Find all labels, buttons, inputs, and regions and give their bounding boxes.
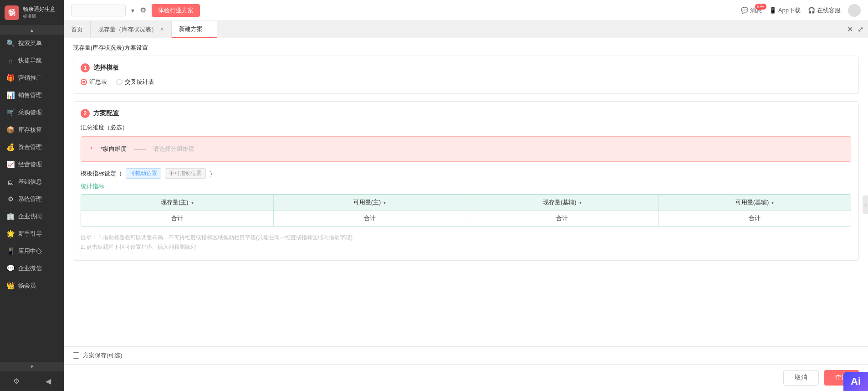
sidebar-item-member[interactable]: 👑 畅会员 bbox=[0, 277, 64, 294]
col0-chevron-icon: ▾ bbox=[191, 200, 194, 205]
tab-inventory-label: 现存量（库存状况表） bbox=[98, 26, 157, 34]
page-title: 现存量(库存状况表)方案设置 bbox=[73, 44, 148, 51]
tip-line-1: 2. 点击标题栏下拉可设置排序、插入列和删除列 bbox=[81, 243, 851, 251]
col2-chevron-icon: ▾ bbox=[579, 200, 582, 205]
radio-cross-dot bbox=[116, 79, 123, 85]
settings-icon[interactable]: ⚙ bbox=[140, 6, 146, 15]
sidebar-item-basic-label: 基础信息 bbox=[18, 178, 42, 186]
message-icon: 💬 bbox=[741, 7, 748, 14]
radio-cross[interactable]: 交叉统计表 bbox=[116, 78, 154, 86]
gift-icon: 🎁 bbox=[6, 74, 15, 82]
sidebar: 畅 畅康通好生意 标准版 ▲ 🔍 搜索菜单 ⌂ 快捷导航 🎁 营销推广 📊 销售… bbox=[0, 0, 64, 391]
finance-icon: 💰 bbox=[6, 143, 15, 151]
sidebar-item-system[interactable]: ⚙ 系统管理 bbox=[0, 190, 64, 208]
cancel-button[interactable]: 取消 bbox=[783, 370, 819, 386]
sidebar-item-appstore[interactable]: 📱 应用中心 bbox=[0, 242, 64, 260]
step1-title: 选择模板 bbox=[93, 64, 119, 72]
save-row: 方案保存(可选) bbox=[64, 346, 868, 364]
save-label: 方案保存(可选) bbox=[83, 351, 123, 360]
right-panel-chevron: › bbox=[864, 202, 866, 207]
tab-inventory[interactable]: 现存量（库存状况表） ✕ bbox=[91, 21, 172, 38]
sidebar-item-wechat[interactable]: 💬 企业微信 bbox=[0, 260, 64, 277]
sidebar-scroll-down[interactable]: ▼ bbox=[0, 362, 64, 371]
message-btn[interactable]: 💬 消息 99+ bbox=[741, 6, 762, 15]
purchase-icon: 🛒 bbox=[6, 108, 15, 117]
inventory-icon: 📦 bbox=[6, 126, 15, 134]
content-area: 现存量(库存状况表)方案设置 1 选择模板 汇总表 交叉统计表 bbox=[64, 38, 868, 346]
sidebar-scroll-up[interactable]: ▲ bbox=[0, 26, 64, 35]
tab-home-label: 首页 bbox=[71, 26, 83, 34]
sidebar-item-search[interactable]: 🔍 搜索菜单 bbox=[0, 35, 64, 52]
basic-icon: 🗂 bbox=[6, 178, 15, 186]
stats-table: 现存量(主) ▾ 可用量(主) ▾ 现存量(基辅) ▾ 可用量(基辅) ▾ bbox=[81, 194, 851, 226]
template-indicators-label-row: 模板指标设定（ 可拖动位置 不可拖动位置 ） bbox=[81, 168, 851, 179]
sales-icon: 📊 bbox=[6, 91, 15, 99]
template-indicators-suffix: ） bbox=[209, 170, 215, 178]
sidebar-item-enterprise[interactable]: 🏢 企业协同 bbox=[0, 208, 64, 225]
app-download-btn[interactable]: 📱 App下载 bbox=[769, 6, 801, 15]
dropdown-icon[interactable]: ▾ bbox=[131, 7, 134, 14]
system-icon: ⚙ bbox=[6, 195, 15, 203]
sidebar-item-purchase[interactable]: 🛒 采购管理 bbox=[0, 104, 64, 121]
trial-button[interactable]: 体验行业方案 bbox=[152, 4, 200, 17]
stats-table-header: 现存量(主) ▾ 可用量(主) ▾ 现存量(基辅) ▾ 可用量(基辅) ▾ bbox=[81, 195, 851, 210]
online-service-btn[interactable]: 🎧 在线客服 bbox=[808, 6, 841, 15]
wechat-icon: 💬 bbox=[6, 264, 15, 273]
dimension-row[interactable]: * *纵向维度 —— 请选择分组维度 bbox=[81, 136, 851, 162]
stats-col-0[interactable]: 现存量(主) ▾ bbox=[81, 195, 274, 210]
dimension-dash: —— bbox=[134, 146, 146, 153]
draggable-tag: 可拖动位置 bbox=[126, 168, 161, 179]
step2-badge: 2 bbox=[81, 109, 90, 118]
right-panel-toggle[interactable]: › bbox=[863, 196, 868, 214]
tab-inventory-close[interactable]: ✕ bbox=[160, 26, 164, 32]
radio-summary[interactable]: 汇总表 bbox=[81, 78, 107, 86]
page-header: 现存量(库存状况表)方案设置 bbox=[64, 38, 868, 56]
enterprise-icon: 🏢 bbox=[6, 212, 15, 221]
sidebar-item-member-label: 畅会员 bbox=[18, 282, 36, 290]
sidebar-collapse-btn[interactable]: ◀ bbox=[42, 375, 55, 387]
sidebar-item-finance[interactable]: 💰 资金管理 bbox=[0, 139, 64, 156]
sidebar-item-enterprise-label: 企业协同 bbox=[18, 212, 42, 221]
save-checkbox[interactable] bbox=[73, 352, 79, 359]
sidebar-item-inventory[interactable]: 📦 库存核算 bbox=[0, 121, 64, 139]
ai-badge[interactable]: Ai bbox=[843, 372, 868, 391]
message-badge: 99+ bbox=[755, 4, 766, 10]
sidebar-bottom: ⚙ ◀ bbox=[0, 371, 64, 391]
topbar-left: ▾ ⚙ 体验行业方案 bbox=[71, 4, 200, 17]
tab-new-plan[interactable]: 新建方案 ✕ bbox=[172, 21, 217, 38]
sidebar-item-search-label: 搜索菜单 bbox=[18, 39, 42, 47]
sidebar-settings-btn[interactable]: ⚙ bbox=[10, 375, 23, 387]
topbar: ▾ ⚙ 体验行业方案 💬 消息 99+ 📱 App下载 🎧 在线客服 bbox=[64, 0, 868, 21]
sidebar-item-newbie[interactable]: 🌟 新手引导 bbox=[0, 225, 64, 242]
headset-icon: 🎧 bbox=[808, 7, 815, 14]
step1-badge: 1 bbox=[81, 63, 90, 72]
tab-close-action[interactable]: ✕ bbox=[847, 25, 853, 34]
step1-section: 1 选择模板 汇总表 交叉统计表 bbox=[73, 56, 859, 94]
stats-cell-3: 合计 bbox=[659, 211, 851, 226]
stats-section-label: 统计指标 bbox=[81, 182, 851, 190]
tab-expand-action[interactable]: ⤢ bbox=[858, 25, 863, 34]
newbie-icon: 🌟 bbox=[6, 230, 15, 238]
stats-cell-0: 合计 bbox=[81, 211, 274, 226]
logo-icon: 畅 bbox=[5, 5, 19, 20]
app-version: 标准版 bbox=[23, 13, 56, 20]
tab-home[interactable]: 首页 bbox=[64, 21, 91, 38]
sidebar-item-sales[interactable]: 📊 销售管理 bbox=[0, 87, 64, 104]
sidebar-item-operations[interactable]: 📈 经营管理 bbox=[0, 156, 64, 173]
sidebar-item-quicknav[interactable]: ⌂ 快捷导航 bbox=[0, 52, 64, 69]
sidebar-item-marketing[interactable]: 🎁 营销推广 bbox=[0, 69, 64, 87]
search-input[interactable] bbox=[71, 5, 126, 16]
stats-col-1[interactable]: 可用量(主) ▾ bbox=[274, 195, 466, 210]
topbar-right: 💬 消息 99+ 📱 App下载 🎧 在线客服 bbox=[741, 4, 861, 17]
sidebar-item-appstore-label: 应用中心 bbox=[18, 247, 42, 255]
sidebar-item-sales-label: 销售管理 bbox=[18, 91, 42, 99]
stats-col-3[interactable]: 可用量(基辅) ▾ bbox=[659, 195, 851, 210]
tab-new-plan-close[interactable]: ✕ bbox=[205, 26, 209, 32]
sidebar-item-inventory-label: 库存核算 bbox=[18, 126, 42, 134]
stats-col-2[interactable]: 现存量(基辅) ▾ bbox=[466, 195, 659, 210]
sidebar-item-basic[interactable]: 🗂 基础信息 bbox=[0, 173, 64, 190]
tab-new-plan-label: 新建方案 bbox=[179, 25, 203, 33]
user-avatar[interactable] bbox=[848, 4, 861, 17]
template-radio-group: 汇总表 交叉统计表 bbox=[81, 78, 851, 86]
stats-cell-2: 合计 bbox=[466, 211, 659, 226]
